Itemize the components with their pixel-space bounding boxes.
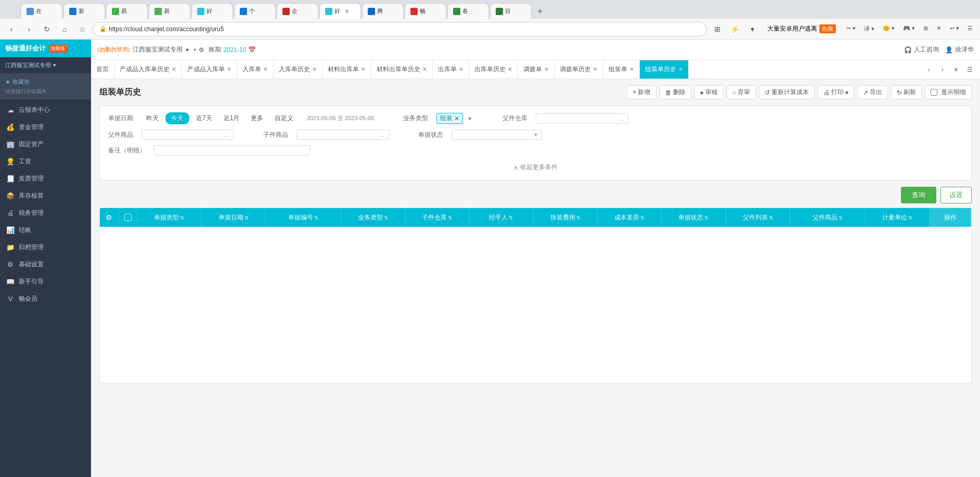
tab-scroll-right[interactable]: › (936, 63, 949, 76)
bookmark-button[interactable]: ☆ (75, 22, 89, 36)
header-service[interactable]: 🎧 人工咨询 (904, 45, 939, 54)
child-goods-input[interactable] (301, 131, 379, 138)
header-user[interactable]: 👤 徐泽华 (945, 45, 974, 54)
nav-tab-close-11[interactable]: ✕ (629, 66, 634, 73)
nav-tab-5[interactable]: 材料出库单 ✕ (323, 60, 371, 79)
nav-tab-2[interactable]: 产成品入库单 ✕ (182, 60, 237, 79)
tab-more[interactable]: ☰ (963, 63, 976, 76)
nav-tab-close-2[interactable]: ✕ (227, 66, 231, 73)
print-dropdown-icon[interactable]: ▾ (845, 89, 848, 96)
sidebar-account[interactable]: 江西服宝测试专用 ▾ (0, 57, 91, 74)
collapse-bar[interactable]: ∧ 收起更多条件 (108, 161, 963, 174)
th-unit[interactable]: 计量单位 ⇅ (866, 208, 930, 227)
game-icon[interactable]: 🎮 ▾ (900, 24, 918, 34)
th-bill-no[interactable]: 单据编号 ⇅ (266, 208, 341, 227)
emoji-icon[interactable]: 😊 ▾ (880, 24, 898, 34)
qr-button[interactable]: ⊞ (710, 22, 725, 36)
browser-tab-8[interactable]: 好 ✕ (319, 3, 361, 19)
show-detail-check[interactable] (931, 89, 937, 96)
tab-scroll-left[interactable]: ‹ (923, 63, 935, 76)
translate-icon[interactable]: 译 ▾ (861, 24, 878, 34)
th-settings[interactable]: ⚙ (100, 208, 119, 227)
abandon-button[interactable]: ○ 弃审 (727, 85, 756, 99)
recalculate-button[interactable]: ↺ 重新计算成本 (759, 85, 815, 99)
audit-button[interactable]: ● 审核 (694, 85, 724, 99)
biz-type-tag-close[interactable]: ✕ (454, 115, 459, 122)
sidebar-item-invoice[interactable]: 🧾 发票管理 (0, 170, 91, 187)
date-btn-1month[interactable]: 近1月 (219, 112, 244, 124)
th-parent-list[interactable]: 父件列表 ⇅ (726, 208, 790, 227)
tab-close-all[interactable]: ✕ (950, 63, 962, 76)
browser-tab-6[interactable]: 个 (234, 3, 276, 19)
tab-add-button[interactable]: + (533, 4, 547, 19)
new-button[interactable]: + 新增 (627, 85, 656, 99)
nav-tab-8[interactable]: 出库单历史 ✕ (469, 60, 518, 79)
sidebar-item-inventory[interactable]: 📦 库存核算 (0, 187, 91, 204)
th-bill-status[interactable]: 单据状态 ⇅ (662, 208, 726, 227)
th-disassemble-fee[interactable]: 拆装费用 ⇅ (534, 208, 598, 227)
home-button[interactable]: ⌂ (57, 22, 72, 36)
show-detail-checkbox[interactable]: 显示明细 (925, 85, 972, 99)
parent-wh-more[interactable]: ... (618, 115, 624, 122)
print-button[interactable]: 🖨 打印 ▾ (818, 85, 854, 99)
menu-icon[interactable]: ☰ (964, 24, 976, 34)
sidebar-item-fixed-assets[interactable]: 🏢 固定资产 (0, 136, 91, 153)
nav-tab-7[interactable]: 出库单 ✕ (433, 60, 469, 79)
sidebar-item-cloud-report[interactable]: ☁ 云报表中心 (0, 101, 91, 119)
forward-button[interactable]: › (22, 22, 36, 36)
th-bill-date[interactable]: 单据日期 ⇅ (201, 208, 265, 227)
nav-tab-3[interactable]: 入库单 ✕ (237, 60, 274, 79)
child-goods-more[interactable]: ... (379, 131, 384, 138)
delete-button[interactable]: 🗑 删除 (660, 85, 691, 99)
nav-tab-11[interactable]: 组装单 ✕ (603, 60, 640, 79)
sidebar-item-salary[interactable]: 👷 工资 (0, 153, 91, 170)
sidebar-item-finance[interactable]: 💰 资金管理 (0, 119, 91, 136)
sidebar-item-settings[interactable]: ⚙ 基础设置 (0, 256, 91, 273)
brightness-icon[interactable]: ☀ (933, 24, 945, 34)
parent-goods-input[interactable] (146, 131, 224, 138)
company-dropdown-icon[interactable]: ▾ (186, 46, 189, 54)
reload-button[interactable]: ↻ (40, 22, 54, 36)
browser-tab-1[interactable]: 在 (21, 3, 62, 19)
tab-close-8[interactable]: ✕ (344, 8, 350, 15)
th-handler[interactable]: 经手人 ⇅ (469, 208, 533, 227)
undo-icon[interactable]: ↩ ▾ (947, 24, 962, 34)
back-button[interactable]: ‹ (4, 22, 19, 36)
nav-tab-close-7[interactable]: ✕ (459, 66, 463, 73)
select-all-checkbox[interactable] (124, 214, 132, 221)
cut-icon[interactable]: ✂ ▾ (843, 24, 859, 34)
refresh-button[interactable]: ↻ 刷新 (891, 85, 922, 99)
biz-type-dropdown[interactable]: ▾ (466, 114, 473, 123)
nav-tab-close-12[interactable]: ✕ (678, 66, 683, 73)
calendar-icon[interactable]: 📅 (248, 46, 256, 54)
date-btn-today[interactable]: 今天 (165, 112, 189, 124)
nav-tab-10[interactable]: 调拨单历史 ✕ (555, 60, 603, 79)
query-button[interactable]: 查询 (901, 187, 936, 203)
th-checkbox[interactable] (119, 208, 137, 227)
bill-status-input[interactable] (456, 131, 534, 138)
th-parent-goods[interactable]: 父件商品 ⇅ (790, 208, 866, 227)
grid-icon[interactable]: ⊞ (920, 24, 931, 34)
bill-status-dropdown[interactable]: ▾ (534, 131, 537, 138)
th-sub-warehouse[interactable]: 子件仓库 ⇅ (405, 208, 469, 227)
browser-tab-11[interactable]: 各 (447, 3, 489, 19)
parent-wh-input[interactable] (540, 115, 618, 122)
date-btn-more[interactable]: 更多 (246, 112, 268, 124)
lightning-button[interactable]: ⚡ (728, 22, 742, 36)
expand-button[interactable]: ▾ (745, 22, 760, 36)
nav-tab-home[interactable]: 首页 (91, 60, 114, 79)
settings-gear-icon[interactable]: ⚙ (199, 46, 204, 54)
nav-tab-close-5[interactable]: ✕ (361, 66, 366, 73)
sidebar-item-tax[interactable]: 🖨 税务管理 (0, 204, 91, 222)
nav-tab-close-9[interactable]: ✕ (544, 66, 549, 73)
th-bill-type[interactable]: 单据类型 ⇅ (137, 208, 201, 227)
date-btn-yesterday[interactable]: 昨天 (141, 112, 163, 124)
nav-tab-close-3[interactable]: ✕ (263, 66, 268, 73)
browser-tab-7[interactable]: 企 (277, 3, 318, 19)
export-button[interactable]: ↗ 导出 (857, 85, 888, 99)
nav-tab-4[interactable]: 入库单历史 ✕ (274, 60, 323, 79)
nav-tab-1[interactable]: 产成品入库单历史 ✕ (114, 60, 182, 79)
add-company-icon[interactable]: + (193, 46, 197, 54)
sidebar-item-archive[interactable]: 📁 归档管理 (0, 239, 91, 256)
date-btn-custom[interactable]: 自定义 (270, 112, 298, 124)
